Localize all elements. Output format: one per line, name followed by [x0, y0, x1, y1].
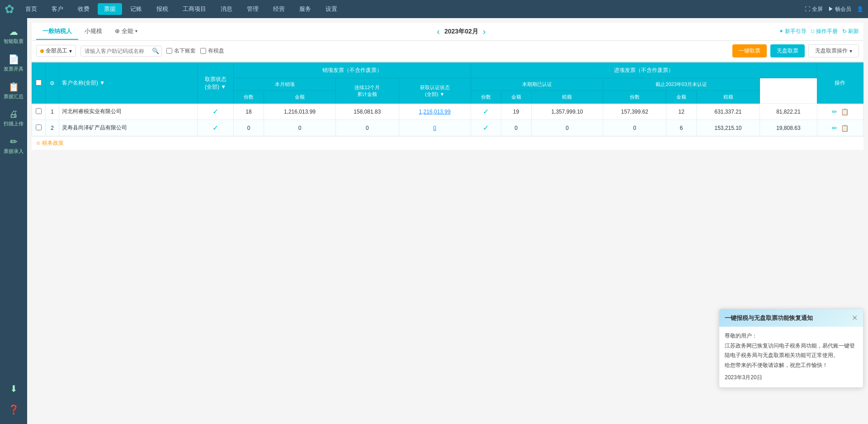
- row-sales-tax: 158,081.83: [335, 104, 399, 120]
- notif-line-1: 江苏政务网已恢复访问电子税务局功能，易代账一键登陆电子税务局与无盘取票相关功能可…: [725, 341, 858, 361]
- th-uncertified-amount: 金额: [666, 91, 697, 104]
- notification-popup: 一键报税与无盘取票功能恢复通知 ✕ 尊敬的用户： 江苏政务网已恢复访问电子税务局…: [719, 309, 863, 388]
- sidebar-item-ticket-entry[interactable]: ✏ 票据录入: [2, 133, 25, 158]
- vip-btn[interactable]: ▶ 畅会员: [828, 5, 851, 13]
- detail-icon[interactable]: 📋: [841, 124, 849, 132]
- th-certified-amount: 金额: [501, 91, 531, 104]
- row-12month-amount: 0: [399, 120, 471, 136]
- sidebar-item-invoice-open[interactable]: 📄 发票开具: [2, 50, 25, 76]
- sidebar-item-smart-fetch[interactable]: ☁ 智能取票: [2, 23, 25, 48]
- check-circle-icon: ✓: [483, 108, 489, 115]
- row-cert-count: 0: [501, 120, 531, 136]
- sidebar-item-scan-upload[interactable]: 🖨 扫描上传: [2, 105, 25, 131]
- edit-icon[interactable]: ✏: [832, 124, 837, 132]
- nav-settings[interactable]: 设置: [319, 3, 344, 15]
- edit-icon[interactable]: ✏: [832, 108, 837, 115]
- settings-icon[interactable]: ⚙: [50, 80, 55, 86]
- table-header-group-row: ⚙ 客户名称(全部) ▼ 取票状态(全部) ▼ 销项发票（不含作废票） 进项发票…: [32, 63, 863, 78]
- check-account-checkbox[interactable]: [166, 48, 172, 54]
- orange-dot-icon: [40, 49, 44, 53]
- row-sales-amount: 1,216,013.99: [264, 104, 336, 120]
- app-logo: ✿: [5, 2, 14, 16]
- nav-home[interactable]: 首页: [19, 3, 43, 15]
- nav-right-actions: ⛶ 全屏 ▶ 畅会员 👤: [805, 5, 863, 13]
- check-circle-icon: ✓: [212, 124, 218, 132]
- row-uncert-tax: 81,822.21: [760, 104, 817, 120]
- sidebar-item-label: 扫描上传: [4, 120, 24, 127]
- nav-customer[interactable]: 客户: [45, 3, 70, 15]
- nav-bookkeeping[interactable]: 记账: [124, 3, 148, 15]
- sidebar-item-label: 票据录入: [4, 148, 24, 155]
- tax-policy-link[interactable]: ⊙ 税务政策: [36, 140, 64, 146]
- sidebar-download-btn[interactable]: ⬇: [2, 380, 25, 399]
- content-top-area: 一般纳税人 小规模 ⊕ 全能 ▾ ‹ 2023年02月 › ✦ 新手引导 □ 操…: [32, 23, 863, 62]
- table-row: 2 灵寿县尚泽矿产品有限公司 ✓ 0 0 0 0 ✓ 0 0 0 6 153,2…: [32, 120, 863, 136]
- row-actions: ✏ 📋: [817, 104, 863, 120]
- footer-bar: ⊙ 税务政策: [32, 136, 863, 150]
- search-wrap: 🔍: [80, 46, 162, 57]
- th-fetch-status: 取票状态(全部) ▼: [198, 63, 234, 104]
- nav-operation[interactable]: 经营: [267, 3, 291, 15]
- th-cert-status: 获取认证状态(全部) ▼: [399, 78, 471, 104]
- sidebar-item-label: 票据汇总: [4, 93, 24, 100]
- notif-line-0: 尊敬的用户：: [725, 331, 858, 341]
- nav-service[interactable]: 服务: [293, 3, 317, 15]
- sidebar-item-label: 发票开具: [4, 66, 24, 72]
- check-tax-checkbox[interactable]: [200, 48, 206, 54]
- detail-icon[interactable]: 📋: [841, 108, 849, 115]
- nav-tax[interactable]: 报税: [150, 3, 175, 15]
- user-avatar[interactable]: 👤: [857, 6, 863, 12]
- main-table: ⚙ 客户名称(全部) ▼ 取票状态(全部) ▼ 销项发票（不含作废票） 进项发票…: [32, 62, 863, 136]
- sidebar-help-btn[interactable]: ❓: [2, 400, 25, 419]
- manual-btn[interactable]: □ 操作手册: [811, 28, 838, 35]
- no-disk-fetch-button[interactable]: 无盘取票: [770, 44, 805, 57]
- refresh-btn[interactable]: ↻ 刷新: [842, 28, 859, 35]
- tab-small-scale[interactable]: 小规模: [78, 24, 108, 40]
- nav-message[interactable]: 消息: [214, 3, 239, 15]
- row-sales-count: 0: [234, 120, 264, 136]
- th-sales-amount: 金额: [264, 91, 336, 104]
- notification-text: 尊敬的用户： 江苏政务网已恢复访问电子税务局功能，易代账一键登陆电子税务局与无盘…: [719, 327, 863, 387]
- notification-header: 一键报税与无盘取票功能恢复通知 ✕: [719, 309, 863, 327]
- no-disk-ops-button[interactable]: 无盘取票操作 ▾: [808, 44, 859, 57]
- prev-month-btn[interactable]: ‹: [437, 26, 440, 37]
- newbie-guide-btn[interactable]: ✦ 新手引导: [779, 28, 807, 35]
- row-cert-count: 19: [501, 104, 531, 120]
- search-icon[interactable]: 🔍: [152, 48, 159, 54]
- ticket-entry-icon: ✏: [10, 136, 18, 147]
- row-uncert-count: 6: [666, 120, 697, 136]
- row-fetch-status: ✓: [198, 104, 234, 120]
- tabs-bar: 一般纳税人 小规模 ⊕ 全能 ▾ ‹ 2023年02月 › ✦ 新手引导 □ 操…: [32, 23, 863, 41]
- filter-bar: 全部员工 ▾ 🔍 名下账套 有税盘 一键取票 无盘取票 无盘取票操作 ▾: [32, 41, 863, 62]
- search-input[interactable]: [80, 46, 162, 57]
- tab-general-taxpayer[interactable]: 一般纳税人: [36, 24, 78, 40]
- th-uncertified-tax: 税额: [697, 91, 760, 104]
- nav-tickets[interactable]: 票据: [98, 3, 122, 15]
- chevron-down-icon: ▾: [849, 48, 852, 54]
- check-account-label[interactable]: 名下账套: [166, 47, 196, 55]
- table-container: ⚙ 客户名称(全部) ▼ 取票状态(全部) ▼ 销项发票（不含作废票） 进项发票…: [32, 62, 863, 136]
- chevron-down-icon: ▾: [135, 29, 137, 33]
- row-cert-tax: 157,399.62: [603, 104, 666, 120]
- th-monthly-sales: 本月销项: [234, 78, 336, 91]
- employee-filter[interactable]: 全部员工 ▾: [36, 45, 76, 57]
- next-month-btn[interactable]: ›: [483, 26, 486, 37]
- nav-manage[interactable]: 管理: [241, 3, 265, 15]
- nav-business[interactable]: 工商项目: [176, 3, 212, 15]
- one-key-fetch-button[interactable]: 一键取票: [732, 44, 767, 57]
- row-cert-amount: 0: [531, 120, 603, 136]
- top-navigation: ✿ 首页 客户 收费 票据 记账 报税 工商项目 消息 管理 经营 服务 设置 …: [0, 0, 868, 18]
- row-uncert-count: 12: [666, 104, 697, 120]
- row-company: 灵寿县尚泽矿产品有限公司: [59, 120, 198, 136]
- th-12month-total: 连续12个月累计金额: [335, 78, 399, 104]
- select-all-checkbox[interactable]: [36, 80, 42, 86]
- row-sales-amount: 0: [264, 120, 336, 136]
- row-uncert-tax: 19,808.63: [760, 120, 817, 136]
- check-tax-label[interactable]: 有税盘: [200, 47, 224, 55]
- notification-close-btn[interactable]: ✕: [852, 314, 858, 322]
- top-right-actions: ✦ 新手引导 □ 操作手册 ↻ 刷新: [779, 28, 859, 35]
- tab-all-capable[interactable]: ⊕ 全能 ▾: [108, 24, 144, 40]
- sidebar-item-ticket-summary[interactable]: 📋 票据汇总: [2, 78, 25, 104]
- nav-fees[interactable]: 收费: [71, 3, 96, 15]
- fullscreen-btn[interactable]: ⛶ 全屏: [805, 5, 822, 13]
